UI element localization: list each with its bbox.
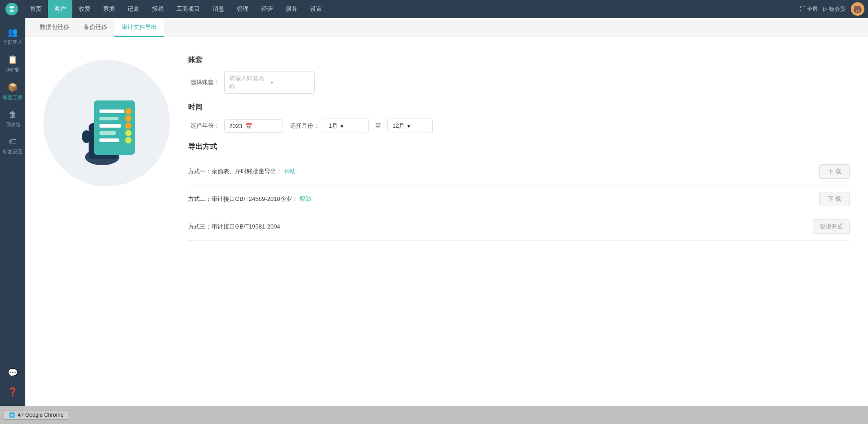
top-navigation: 首页 客户 收费 票据 记账 报税 工商项目 消息 管理 经营 服务 设置 ⛶ …	[0, 0, 868, 18]
export-method-1-help-link[interactable]: 帮助	[284, 168, 296, 175]
svg-point-10	[125, 108, 132, 114]
chrome-icon: 🌐	[9, 412, 15, 418]
export-method-row-3: 方式三：审计接口GB/T19581-2004 暂缓开通	[188, 213, 850, 241]
export-method-3-trial-button[interactable]: 暂缓开通	[813, 219, 850, 234]
sidebar-item-recycle[interactable]: 🗑 回收站	[0, 105, 25, 133]
taskbar-chrome-button[interactable]: 🌐 47 Google Chrome	[4, 410, 68, 420]
tabs-bar: 数据包迁移 备份迁移 审计文件导出	[25, 18, 868, 37]
account-section-title: 账套	[188, 55, 850, 65]
start-month-value: 1月	[329, 122, 338, 130]
sidebar-item-account-migrate[interactable]: 📦 账套迁移	[0, 78, 25, 105]
svg-point-11	[125, 115, 132, 122]
page-body: 账套 选择账套： 请输入账套名称 ▾ 时间 选择年份： 2023 📅	[25, 37, 868, 406]
nav-right-area: ⛶ 全屏 ▷ 畅会员 🐻	[800, 2, 864, 16]
export-method-2-text: 方式二：审计接口GB/T24589-2010企业： 帮助	[188, 195, 815, 203]
member-button[interactable]: ▷ 畅会员	[823, 5, 845, 13]
nav-home[interactable]: 首页	[24, 0, 48, 18]
nav-tax[interactable]: 报税	[146, 0, 170, 18]
export-section: 导出方式 方式一：余额表、序时账批量导出： 帮助 下 载 方式二：审计接口GB/…	[188, 142, 850, 241]
export-method-2-help-link[interactable]: 帮助	[299, 195, 311, 202]
chevron-down-icon-2: ▾	[340, 123, 344, 129]
nav-settings[interactable]: 设置	[304, 0, 328, 18]
sidebar-item-all-customers[interactable]: 👥 全部客户	[0, 23, 25, 50]
svg-rect-7	[99, 124, 121, 128]
export-method-row-1: 方式一：余额表、序时账批量导出： 帮助 下 载	[188, 158, 850, 186]
sidebar-item-zero-declare[interactable]: 📋 0申报	[0, 50, 25, 78]
nav-operation[interactable]: 经营	[255, 0, 279, 18]
year-input[interactable]: 2023 📅	[224, 119, 283, 133]
export-method-2-download-button[interactable]: 下 载	[819, 192, 850, 206]
play-icon: ▷	[823, 6, 827, 12]
nav-invoice[interactable]: 票据	[97, 0, 121, 18]
sidebar-item-chat[interactable]: 💬	[0, 363, 25, 382]
svg-point-0	[5, 3, 18, 15]
tab-data-migrate[interactable]: 数据包迁移	[33, 18, 76, 37]
illustration-circle	[43, 60, 170, 186]
account-label: 选择账套：	[188, 78, 220, 86]
nav-business[interactable]: 工商项目	[170, 0, 206, 18]
sidebar-bottom: 💬 ❓	[0, 363, 25, 406]
tag-icon: 🏷	[9, 137, 17, 147]
export-method-row-2: 方式二：审计接口GB/T24589-2010企业： 帮助 下 载	[188, 186, 850, 213]
svg-point-12	[125, 123, 132, 129]
taskbar: 🌐 47 Google Chrome	[0, 406, 868, 424]
sidebar-item-help[interactable]: ❓	[0, 382, 25, 401]
account-select[interactable]: 请输入账套名称 ▾	[224, 71, 315, 94]
recycle-icon: 🗑	[9, 110, 17, 119]
export-method-3-text: 方式三：审计接口GB/T19581-2004	[188, 223, 808, 231]
help-icon: ❓	[8, 387, 18, 397]
nav-service[interactable]: 服务	[279, 0, 304, 18]
sidebar-item-tag-settings[interactable]: 🏷 标签设置	[0, 133, 25, 160]
chevron-down-icon-3: ▾	[407, 123, 410, 129]
app-logo[interactable]	[4, 1, 20, 17]
avatar[interactable]: 🐻	[851, 2, 864, 16]
illustration-area	[43, 51, 170, 392]
time-form-row: 选择年份： 2023 📅 选择月份： 1月 ▾ 至 12月 ▾	[188, 119, 850, 133]
to-separator: 至	[373, 122, 383, 130]
svg-point-14	[125, 137, 132, 143]
account-form-row: 选择账套： 请输入账套名称 ▾	[188, 71, 850, 94]
nav-bookkeeping[interactable]: 记账	[121, 0, 146, 18]
year-label: 选择年份：	[188, 122, 220, 130]
main-layout: 👥 全部客户 📋 0申报 📦 账套迁移 🗑 回收站 🏷 标签设置 💬 ❓	[0, 18, 868, 406]
nav-manage[interactable]: 管理	[231, 0, 255, 18]
tab-backup-migrate[interactable]: 备份迁移	[76, 18, 114, 37]
svg-point-13	[125, 130, 132, 136]
chevron-down-icon: ▾	[271, 80, 310, 85]
svg-rect-6	[99, 117, 118, 120]
export-method-1-download-button[interactable]: 下 载	[819, 164, 850, 179]
chat-icon: 💬	[8, 368, 18, 378]
svg-rect-8	[99, 131, 116, 135]
migrate-icon: 📦	[8, 82, 18, 92]
end-month-value: 12月	[392, 122, 405, 130]
end-month-select[interactable]: 12月 ▾	[387, 119, 433, 133]
year-value: 2023	[229, 123, 242, 129]
customers-icon: 👥	[8, 27, 18, 37]
export-method-1-text: 方式一：余额表、序时账批量导出： 帮助	[188, 167, 815, 176]
start-month-select[interactable]: 1月 ▾	[324, 119, 369, 133]
sidebar: 👥 全部客户 📋 0申报 📦 账套迁移 🗑 回收站 🏷 标签设置 💬 ❓	[0, 18, 25, 406]
content-area: 数据包迁移 备份迁移 审计文件导出	[25, 18, 868, 406]
account-select-placeholder: 请输入账套名称	[229, 74, 268, 91]
form-area: 账套 选择账套： 请输入账套名称 ▾ 时间 选择年份： 2023 📅	[188, 51, 850, 392]
nav-items: 首页 客户 收费 票据 记账 报税 工商项目 消息 管理 经营 服务 设置	[24, 0, 800, 18]
month-label: 选择月份：	[288, 122, 319, 130]
nav-customer[interactable]: 客户	[48, 0, 72, 18]
tab-audit-export[interactable]: 审计文件导出	[114, 18, 164, 37]
export-section-title: 导出方式	[188, 142, 850, 152]
calendar-icon: 📅	[245, 123, 252, 129]
svg-rect-9	[99, 138, 119, 142]
declare-icon: 📋	[8, 55, 18, 65]
svg-rect-5	[99, 110, 124, 113]
time-section-title: 时间	[188, 103, 850, 112]
fullscreen-button[interactable]: ⛶ 全屏	[800, 5, 818, 13]
nav-message[interactable]: 消息	[206, 0, 231, 18]
fullscreen-icon: ⛶	[800, 6, 805, 12]
nav-fees[interactable]: 收费	[72, 0, 97, 18]
audit-illustration	[61, 73, 152, 173]
svg-point-3	[82, 130, 91, 143]
